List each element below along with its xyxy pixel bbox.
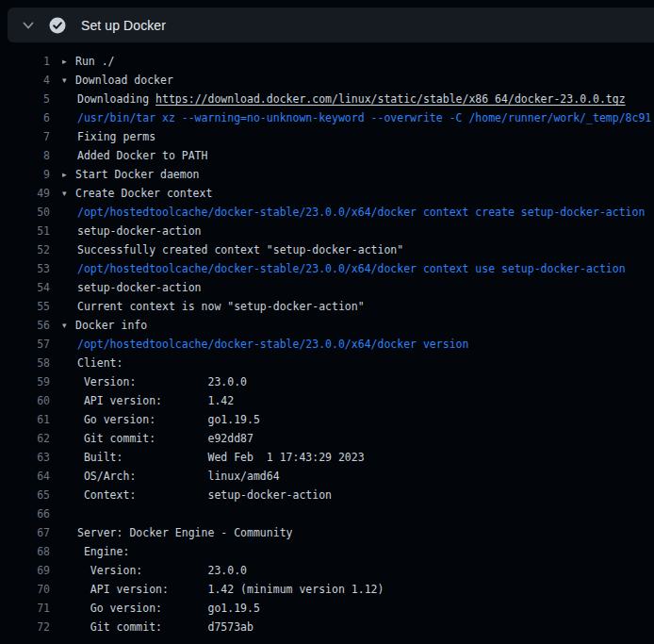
line-number[interactable]: 5 [0, 90, 50, 108]
collapse-group-icon[interactable]: ▾ [62, 184, 75, 203]
line-number[interactable]: 67 [0, 523, 50, 542]
line-number[interactable]: 59 [0, 372, 50, 391]
line-number[interactable]: 69 [0, 561, 50, 580]
line-content: /usr/bin/tar xz --warning=no-unknown-key… [62, 108, 651, 127]
line-content: /opt/hostedtoolcache/docker-stable/23.0.… [62, 203, 645, 222]
log-line: 58Client: [0, 354, 654, 372]
line-content: /opt/hostedtoolcache/docker-stable/23.0.… [62, 335, 468, 354]
line-content: Engine: [62, 542, 129, 561]
line-number[interactable]: 4 [0, 71, 50, 90]
log-line: 67Server: Docker Engine - Community [0, 523, 654, 542]
line-content: Current context is now "setup-docker-act… [62, 297, 365, 316]
log-line: 59 Version: 23.0.0 [0, 372, 654, 391]
line-content: setup-docker-action [62, 278, 202, 297]
log-line: 62 Git commit: e92dd87 [0, 429, 654, 448]
line-number[interactable]: 7 [0, 127, 50, 146]
line-number[interactable]: 63 [0, 448, 50, 467]
log-text: OS/Arch: linux/amd64 [77, 470, 280, 483]
log-text: Git commit: d7573ab [77, 620, 253, 634]
line-content: Go version: go1.19.5 [62, 410, 260, 429]
line-number[interactable]: 62 [0, 429, 50, 448]
line-content: Downloading https://download.docker.com/… [62, 90, 626, 108]
line-number[interactable]: 55 [0, 297, 50, 316]
line-number[interactable]: 61 [0, 410, 50, 429]
line-number[interactable]: 50 [0, 203, 50, 222]
line-number[interactable]: 8 [0, 146, 50, 165]
line-number[interactable]: 70 [0, 580, 50, 599]
line-content: Fixing perms [62, 127, 155, 146]
line-content[interactable]: ▸Run ./ [62, 52, 115, 71]
command-text: /opt/hostedtoolcache/docker-stable/23.0.… [77, 262, 626, 275]
log-text: Engine: [77, 545, 129, 558]
line-content: Git commit: d7573ab [62, 618, 253, 636]
log-text: Successfully created context "setup-dock… [77, 243, 403, 256]
line-number[interactable]: 65 [0, 486, 50, 504]
line-number[interactable]: 51 [0, 222, 50, 240]
step-header[interactable]: Set up Docker [8, 8, 654, 42]
log-text: Fixing perms [77, 130, 155, 143]
log-line: 71 Go version: go1.19.5 [0, 599, 654, 618]
collapse-group-icon[interactable]: ▾ [62, 71, 75, 90]
line-number[interactable]: 60 [0, 391, 50, 410]
collapse-group-icon[interactable]: ▾ [62, 316, 75, 335]
line-content[interactable]: ▾Docker info [62, 316, 147, 335]
line-number[interactable]: 72 [0, 618, 50, 636]
log-url-link[interactable]: https://download.docker.com/linux/static… [155, 92, 626, 106]
log-line: 68 Engine: [0, 542, 654, 561]
log-lines: 1▸Run ./4▾Download docker5Downloading ht… [0, 42, 654, 636]
log-viewer: Set up Docker 1▸Run ./4▾Download docker5… [0, 8, 654, 636]
line-content: Built: Wed Feb 1 17:43:29 2023 [62, 448, 365, 467]
line-number[interactable]: 68 [0, 542, 50, 561]
line-number[interactable]: 49 [0, 184, 50, 203]
line-content: Server: Docker Engine - Community [62, 523, 292, 542]
line-number[interactable]: 66 [0, 504, 50, 523]
group-title: Create Docker context [75, 187, 212, 200]
line-number[interactable]: 58 [0, 354, 50, 372]
line-content[interactable]: ▾Create Docker context [62, 184, 212, 203]
line-number[interactable]: 1 [0, 52, 50, 71]
line-content[interactable]: ▾Download docker [62, 71, 173, 90]
line-number[interactable]: 57 [0, 335, 50, 354]
line-content: Version: 23.0.0 [62, 561, 247, 580]
log-line: 5Downloading https://download.docker.com… [0, 90, 654, 108]
chevron-down-icon[interactable] [23, 20, 34, 31]
log-line: 70 API version: 1.42 (minimum version 1.… [0, 580, 654, 599]
line-content[interactable]: ▸Start Docker daemon [62, 165, 200, 184]
command-text: /opt/hostedtoolcache/docker-stable/23.0.… [77, 338, 468, 351]
log-line: 72 Git commit: d7573ab [0, 618, 654, 636]
expand-group-icon[interactable]: ▸ [62, 52, 75, 71]
line-number[interactable]: 56 [0, 316, 50, 335]
log-text: Server: Docker Engine - Community [77, 526, 292, 539]
line-content: Successfully created context "setup-dock… [62, 240, 403, 259]
log-line: 60 API version: 1.42 [0, 391, 654, 410]
log-line: 9▸Start Docker daemon [0, 165, 654, 184]
log-line: 8Added Docker to PATH [0, 146, 654, 165]
log-text: API version: 1.42 (minimum version 1.12) [77, 583, 384, 596]
line-content: Git commit: e92dd87 [62, 429, 253, 448]
line-number[interactable]: 52 [0, 240, 50, 259]
log-line: 6/usr/bin/tar xz --warning=no-unknown-ke… [0, 108, 654, 127]
log-text: Go version: go1.19.5 [77, 413, 260, 426]
line-number[interactable]: 54 [0, 278, 50, 297]
line-number[interactable]: 53 [0, 259, 50, 278]
line-number[interactable]: 71 [0, 599, 50, 618]
line-number[interactable]: 64 [0, 467, 50, 486]
log-text: Current context is now "setup-docker-act… [77, 300, 365, 313]
command-text: /opt/hostedtoolcache/docker-stable/23.0.… [77, 206, 645, 219]
group-title: Start Docker daemon [75, 168, 200, 181]
line-content: /opt/hostedtoolcache/docker-stable/23.0.… [62, 259, 626, 278]
log-line: 69 Version: 23.0.0 [0, 561, 654, 580]
group-title: Download docker [75, 74, 173, 87]
log-text: Built: Wed Feb 1 17:43:29 2023 [77, 451, 365, 464]
expand-group-icon[interactable]: ▸ [62, 165, 75, 184]
log-line: 7Fixing perms [0, 127, 654, 146]
log-line: 55Current context is now "setup-docker-a… [0, 297, 654, 316]
line-content: Added Docker to PATH [62, 146, 207, 165]
line-number[interactable]: 6 [0, 108, 50, 127]
log-text: Go version: go1.19.5 [77, 602, 260, 615]
line-content: API version: 1.42 (minimum version 1.12) [62, 580, 384, 599]
line-number[interactable]: 9 [0, 165, 50, 184]
log-line: 65 Context: setup-docker-action [0, 486, 654, 504]
log-line: 57/opt/hostedtoolcache/docker-stable/23.… [0, 335, 654, 354]
log-line: 51setup-docker-action [0, 222, 654, 240]
